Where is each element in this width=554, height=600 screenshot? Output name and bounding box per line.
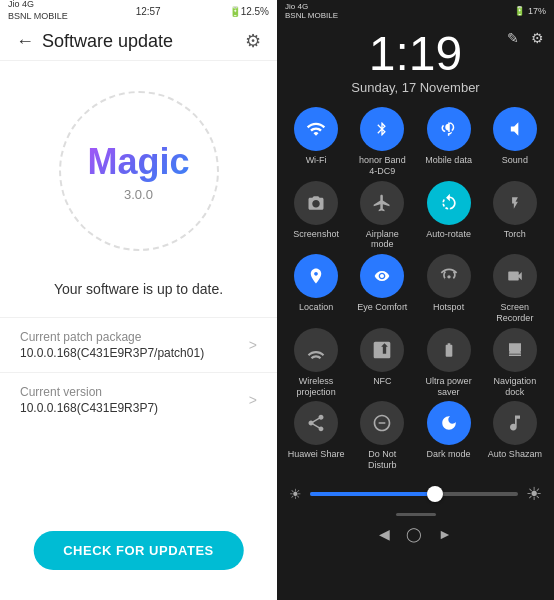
- edit-icon[interactable]: ✎: [507, 30, 519, 46]
- autorotate-label: Auto-rotate: [426, 229, 471, 240]
- qs-huawei-share[interactable]: Huawei Share: [285, 401, 347, 471]
- eye-comfort-icon: [360, 254, 404, 298]
- patch-label: Current patch package: [20, 330, 204, 344]
- screen-recorder-icon: [493, 254, 537, 298]
- do-not-disturb-icon: [360, 401, 404, 445]
- gear-icon[interactable]: ⚙: [531, 30, 544, 46]
- patch-info: Current patch package 10.0.0.168(C431E9R…: [20, 330, 204, 360]
- handle-bar: [396, 513, 436, 516]
- qs-auto-shazam[interactable]: Auto Shazam: [484, 401, 546, 471]
- app-header: ← Software update ⚙: [0, 22, 277, 61]
- nfc-label: NFC: [373, 376, 392, 387]
- mobile-data-icon: [427, 107, 471, 151]
- brightness-max-icon: ☀: [526, 483, 542, 505]
- mobile-data-label: Mobile data: [425, 155, 472, 166]
- clock-date: Sunday, 17 November: [277, 80, 554, 95]
- dark-mode-icon: [427, 401, 471, 445]
- patch-arrow-icon: >: [249, 337, 257, 353]
- wifi-label: Wi-Fi: [306, 155, 327, 166]
- hotspot-label: Hotspot: [433, 302, 464, 313]
- sound-label: Sound: [502, 155, 528, 166]
- screenshot-icon: [294, 181, 338, 225]
- bottom-nav: ◀ ◯ ►: [277, 520, 554, 548]
- brightness-thumb: [427, 486, 443, 502]
- nav-home-icon[interactable]: ◯: [406, 526, 422, 542]
- status-bar-left: Jio 4G BSNL MOBILE 12:57 🔋12.5%: [0, 0, 277, 22]
- huawei-share-icon: [294, 401, 338, 445]
- software-update-panel: Jio 4G BSNL MOBILE 12:57 🔋12.5% ← Softwa…: [0, 0, 277, 600]
- pull-down-handle[interactable]: [277, 513, 554, 520]
- brightness-control[interactable]: ☀ ☀: [277, 475, 554, 513]
- battery-icon-right: 🔋: [514, 6, 525, 16]
- qs-screen-recorder[interactable]: ScreenRecorder: [484, 254, 546, 324]
- brightness-min-icon: ☀: [289, 486, 302, 502]
- qs-screenshot[interactable]: Screenshot: [285, 181, 347, 251]
- screen-recorder-label: ScreenRecorder: [496, 302, 533, 324]
- location-icon: [294, 254, 338, 298]
- nav-share-icon[interactable]: ►: [438, 526, 452, 542]
- brand-name: Magic: [87, 141, 189, 183]
- quick-settings-grid: Wi-Fi honor Band4-DC9 Mobile data Sound: [277, 99, 554, 475]
- status-icons-right: 🔋 17%: [514, 6, 546, 16]
- quick-settings-panel: Jio 4G BSNL MOBILE 🔋 17% 1:19 Sunday, 17…: [277, 0, 554, 600]
- settings-icon[interactable]: ⚙: [245, 30, 261, 52]
- check-updates-button[interactable]: CHECK FOR UPDATES: [33, 531, 244, 570]
- qs-sound[interactable]: Sound: [484, 107, 546, 177]
- auto-shazam-icon: [493, 401, 537, 445]
- patch-value: 10.0.0.168(C431E9R3P7/patch01): [20, 346, 204, 360]
- back-button[interactable]: ←: [16, 31, 34, 52]
- qs-mobile-data[interactable]: Mobile data: [418, 107, 480, 177]
- hotspot-icon: [427, 254, 471, 298]
- autorotate-icon: [427, 181, 471, 225]
- qs-nav-dock[interactable]: Navigationdock: [484, 328, 546, 398]
- battery-percent-right: 17%: [528, 6, 546, 16]
- airplane-label: Airplanemode: [366, 229, 399, 251]
- qs-autorotate[interactable]: Auto-rotate: [418, 181, 480, 251]
- eye-comfort-label: Eye Comfort: [357, 302, 407, 313]
- nav-dock-label: Navigationdock: [494, 376, 537, 398]
- torch-label: Torch: [504, 229, 526, 240]
- qs-wireless-projection[interactable]: Wirelessprojection: [285, 328, 347, 398]
- edit-settings-icons: ✎ ⚙: [507, 30, 544, 46]
- qs-airplane[interactable]: Airplanemode: [351, 181, 413, 251]
- qs-torch[interactable]: Torch: [484, 181, 546, 251]
- qs-ultra-power[interactable]: Ultra powersaver: [418, 328, 480, 398]
- patch-row[interactable]: Current patch package 10.0.0.168(C431E9R…: [0, 317, 277, 372]
- wireless-projection-label: Wirelessprojection: [297, 376, 336, 398]
- wireless-projection-icon: [294, 328, 338, 372]
- qs-hotspot[interactable]: Hotspot: [418, 254, 480, 324]
- airplane-icon: [360, 181, 404, 225]
- qs-do-not-disturb[interactable]: Do NotDisturb: [351, 401, 413, 471]
- qs-wifi[interactable]: Wi-Fi: [285, 107, 347, 177]
- qs-location[interactable]: Location: [285, 254, 347, 324]
- dark-mode-label: Dark mode: [427, 449, 471, 460]
- qs-dark-mode[interactable]: Dark mode: [418, 401, 480, 471]
- brightness-fill: [310, 492, 435, 496]
- bluetooth-icon: [360, 107, 404, 151]
- screenshot-label: Screenshot: [293, 229, 339, 240]
- qs-bluetooth[interactable]: honor Band4-DC9: [351, 107, 413, 177]
- nav-back-icon[interactable]: ◀: [379, 526, 390, 542]
- brightness-slider[interactable]: [310, 492, 518, 496]
- ultra-power-label: Ultra powersaver: [426, 376, 472, 398]
- version-label: Current version: [20, 385, 158, 399]
- qs-eye-comfort[interactable]: Eye Comfort: [351, 254, 413, 324]
- version-info: Current version 10.0.0.168(C431E9R3P7): [20, 385, 158, 415]
- version-row[interactable]: Current version 10.0.0.168(C431E9R3P7) >: [0, 372, 277, 427]
- huawei-share-label: Huawei Share: [288, 449, 345, 460]
- version-value: 10.0.0.168(C431E9R3P7): [20, 401, 158, 415]
- status-bar-right: Jio 4G BSNL MOBILE 🔋 17%: [277, 0, 554, 22]
- version-number: 3.0.0: [124, 187, 153, 202]
- qs-nfc[interactable]: NFC: [351, 328, 413, 398]
- page-title: Software update: [42, 31, 173, 52]
- update-circle: Magic 3.0.0: [59, 91, 219, 251]
- ultra-power-icon: [427, 328, 471, 372]
- sound-icon: [493, 107, 537, 151]
- do-not-disturb-label: Do NotDisturb: [368, 449, 397, 471]
- wifi-icon: [294, 107, 338, 151]
- nfc-icon: [360, 328, 404, 372]
- check-button-container: CHECK FOR UPDATES: [33, 531, 244, 570]
- torch-icon: [493, 181, 537, 225]
- time-left: 12:57: [136, 6, 161, 17]
- bluetooth-label: honor Band4-DC9: [359, 155, 406, 177]
